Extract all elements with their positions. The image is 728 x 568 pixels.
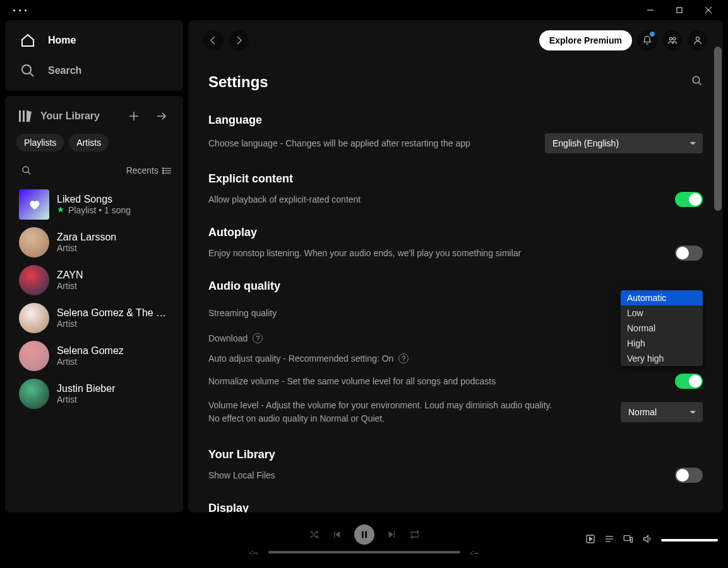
create-playlist-button[interactable] <box>124 106 144 126</box>
nav-search[interactable]: Search <box>13 56 176 86</box>
shuffle-button[interactable] <box>309 530 319 540</box>
download-quality-label: Download? <box>208 333 263 343</box>
svg-rect-33 <box>631 537 633 542</box>
help-icon[interactable]: ? <box>398 353 409 364</box>
svg-rect-7 <box>23 110 25 122</box>
normalize-toggle[interactable] <box>675 374 703 389</box>
streaming-quality-dropdown[interactable]: AutomaticLowNormalHighVery high <box>621 290 703 366</box>
devices-button[interactable] <box>623 534 633 547</box>
now-playing-icon <box>585 534 595 544</box>
artist-art <box>19 379 49 409</box>
library-sort[interactable]: Recents <box>126 165 172 175</box>
play-pause-button[interactable] <box>354 524 374 545</box>
artist-art <box>19 265 49 295</box>
section-explicit: Explicit content Allow playback of expli… <box>208 167 703 221</box>
nav-back-button[interactable] <box>203 30 224 50</box>
library-item-name: Selena Gomez <box>57 345 169 357</box>
library-item[interactable]: ZAYNArtist <box>15 261 173 299</box>
player-bar: -:-- -:-- <box>0 512 728 568</box>
library-header[interactable]: Your Library <box>18 109 116 124</box>
language-select[interactable]: English (English) <box>545 133 703 153</box>
explicit-toggle[interactable] <box>675 192 703 207</box>
autoplay-toggle[interactable] <box>675 246 703 261</box>
chevron-left-icon <box>208 35 218 45</box>
bell-icon <box>642 35 652 45</box>
settings-search-button[interactable] <box>691 75 703 89</box>
minimize-button[interactable] <box>636 0 665 20</box>
pin-icon <box>57 205 64 215</box>
artist-art <box>19 303 49 333</box>
nav-home[interactable]: Home <box>13 25 176 56</box>
library-item[interactable]: Zara LarssonArtist <box>15 223 173 261</box>
library-item-name: Justin Bieber <box>57 383 169 394</box>
library-item[interactable]: Liked SongsPlaylist • 1 song <box>15 186 173 223</box>
plus-icon <box>129 111 139 121</box>
help-icon[interactable]: ? <box>253 333 263 343</box>
svg-rect-6 <box>19 110 21 122</box>
library-sort-label: Recents <box>126 165 158 175</box>
close-button[interactable] <box>694 0 723 20</box>
dropdown-option[interactable]: Automatic <box>621 290 703 305</box>
library-item-name: Liked Songs <box>57 194 169 205</box>
dropdown-option[interactable]: High <box>621 336 703 351</box>
dropdown-option[interactable]: Normal <box>621 321 703 336</box>
now-playing-view-button[interactable] <box>585 534 595 547</box>
section-your-library: Your Library Show Local Files <box>208 443 703 497</box>
local-files-label: Show Local Files <box>208 469 275 482</box>
arrow-right-icon <box>157 111 167 121</box>
next-button[interactable] <box>387 530 397 540</box>
maximize-button[interactable] <box>665 0 694 20</box>
library-search-button[interactable] <box>16 160 37 180</box>
svg-rect-25 <box>362 531 364 538</box>
shuffle-icon <box>309 530 319 540</box>
skip-next-icon <box>387 530 397 540</box>
svg-rect-26 <box>365 531 367 538</box>
local-files-toggle[interactable] <box>675 468 703 483</box>
library-item-sub: Playlist • 1 song <box>57 205 169 215</box>
devices-icon <box>623 534 633 544</box>
chip-artists[interactable]: Artists <box>69 134 109 151</box>
repeat-button[interactable] <box>410 530 420 540</box>
notifications-button[interactable] <box>637 30 657 50</box>
svg-line-5 <box>30 73 33 76</box>
volume-level-desc: Volume level - Adjust the volume for you… <box>208 399 562 425</box>
progress-bar[interactable]: -:-- -:-- <box>244 548 484 556</box>
nav-panel: Home Search <box>5 20 183 91</box>
library-item-name: ZAYN <box>57 269 169 281</box>
dropdown-option[interactable]: Very high <box>621 351 703 366</box>
svg-rect-32 <box>624 536 630 541</box>
library-item-name: Selena Gomez & The Sc... <box>57 307 169 319</box>
library-item[interactable]: Selena GomezArtist <box>15 337 173 375</box>
nav-forward-button[interactable] <box>229 30 249 50</box>
section-autoplay: Autoplay Enjoy nonstop listening. When y… <box>208 221 703 275</box>
main-panel: Explore Premium Settings Language Choose… <box>188 20 723 512</box>
liked-songs-art <box>19 189 49 220</box>
library-item-name: Zara Larsson <box>57 232 169 243</box>
library-panel: Your Library Playlists Artists Recents <box>5 96 183 512</box>
queue-button[interactable] <box>604 534 614 547</box>
friends-button[interactable] <box>662 30 683 50</box>
app-menu[interactable] <box>5 9 27 11</box>
volume-button[interactable] <box>642 534 652 547</box>
previous-button[interactable] <box>331 530 342 540</box>
notification-dot <box>650 32 655 37</box>
dropdown-option[interactable]: Low <box>621 305 703 321</box>
volume-icon <box>642 534 652 544</box>
profile-button[interactable] <box>688 30 708 50</box>
total-time: -:-- <box>465 548 484 556</box>
section-display: Display <box>208 497 703 512</box>
autoplay-title: Autoplay <box>208 226 703 239</box>
svg-point-18 <box>162 172 164 174</box>
autoplay-desc: Enjoy nonstop listening. When your audio… <box>208 247 521 260</box>
library-title: Your Library <box>40 110 100 122</box>
show-more-button[interactable] <box>152 106 172 126</box>
explore-premium-button[interactable]: Explore Premium <box>539 30 632 50</box>
chip-playlists[interactable]: Playlists <box>16 134 64 151</box>
repeat-icon <box>410 530 420 540</box>
section-language: Language Choose language - Changes will … <box>208 109 703 167</box>
volume-slider[interactable] <box>661 539 718 541</box>
volume-level-select[interactable]: Normal <box>621 402 703 422</box>
display-title: Display <box>208 502 703 512</box>
library-item[interactable]: Selena Gomez & The Sc...Artist <box>15 299 173 337</box>
library-item[interactable]: Justin BieberArtist <box>15 375 173 413</box>
